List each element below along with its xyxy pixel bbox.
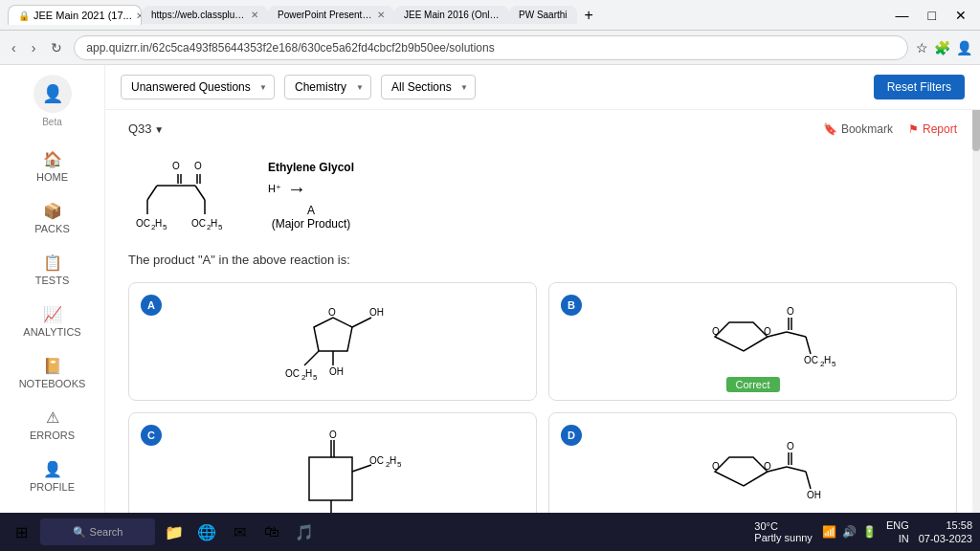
start-button[interactable]: ⊞ (8, 518, 34, 545)
svg-text:5: 5 (397, 460, 402, 469)
tab-2-label: https://web.classplus... (151, 10, 247, 20)
reaction-box: O O OC2H5 OC2H5 Ethylene (128, 147, 957, 243)
sidebar-analytics-label: ANALYTICS (23, 326, 80, 338)
address-bar-row: ‹ › ↻ app.quizrr.in/62c5ca493f85644353f2… (0, 31, 980, 65)
reaction-details: Ethylene Glycol H⁺ → A (Major Product) (268, 161, 354, 231)
filter-1-wrapper: Unanswered Questions (121, 75, 275, 99)
sidebar-item-notebooks[interactable]: 📔 NOTEBOOKS (10, 349, 96, 397)
forward-button[interactable]: › (28, 38, 40, 57)
weather-desc: Partly sunny (754, 532, 813, 543)
sidebar-profile-label: PROFILE (30, 481, 75, 493)
tab-2-close[interactable]: ✕ (251, 10, 258, 20)
option-c-badge: C (141, 425, 162, 446)
tab-4[interactable]: JEE Main 2016 (Onlin... (394, 6, 509, 24)
svg-text:O: O (172, 161, 180, 171)
svg-text:H: H (155, 218, 162, 229)
subject-filter[interactable]: Chemistry (284, 75, 371, 99)
tab-3-close[interactable]: ✕ (377, 10, 385, 20)
question-number[interactable]: Q33 (128, 121, 164, 136)
taskbar-mail-icon[interactable]: ✉ (226, 518, 253, 545)
profile-sidebar-icon: 👤 (43, 460, 62, 478)
bookmark-button[interactable]: 🔖 Bookmark (823, 122, 893, 136)
sidebar-item-profile[interactable]: 👤 PROFILE (10, 452, 96, 500)
unanswered-filter[interactable]: Unanswered Questions (121, 75, 275, 99)
sidebar-home-label: HOME (36, 171, 68, 183)
date-time: 15:58 07-03-2023 (919, 518, 972, 546)
sound-icon: 🔊 (842, 525, 857, 539)
reset-filters-button[interactable]: Reset Filters (874, 75, 965, 99)
svg-line-25 (304, 351, 319, 365)
svg-text:OH: OH (807, 490, 821, 500)
svg-text:O: O (712, 326, 720, 337)
svg-text:O: O (328, 307, 336, 318)
option-a-structure: O OH OH OC2H5 (247, 298, 419, 385)
reaction-arrow-icon: → (287, 178, 306, 200)
clock: ENG IN (886, 518, 909, 546)
errors-icon: ⚠ (46, 408, 59, 427)
taskbar: ⊞ 🔍 Search 📁 🌐 ✉ 🛍 🎵 30°C Partly sunny 📶… (0, 513, 980, 551)
refresh-button[interactable]: ↻ (47, 38, 66, 57)
tab-close-icon[interactable]: ✕ (136, 11, 142, 21)
search-taskbar-label: Search (90, 526, 123, 538)
lang-region: ENG IN (886, 518, 909, 546)
minimize-button[interactable]: — (890, 6, 915, 25)
taskbar-browser-icon[interactable]: 🌐 (193, 518, 220, 545)
bookmark-icon: 🔖 (823, 122, 837, 136)
maximize-button[interactable]: □ (923, 6, 942, 25)
tab-5-label: PW Saarthi (519, 10, 568, 20)
active-tab-label: JEE Main 2021 (17... (33, 10, 132, 21)
option-a-card[interactable]: A O OH OH OC2H5 (128, 282, 537, 401)
search-taskbar-icon: 🔍 (73, 526, 86, 539)
taskbar-music-icon[interactable]: 🎵 (291, 518, 318, 545)
svg-line-33 (787, 332, 806, 337)
time-display: 15:58 (919, 518, 972, 532)
svg-rect-42 (309, 457, 352, 500)
sidebar-item-analytics[interactable]: 📈 ANALYTICS (10, 298, 96, 345)
taskbar-store-icon[interactable]: 🛍 (258, 518, 285, 545)
option-d-badge: D (561, 425, 582, 446)
svg-text:5: 5 (313, 373, 318, 382)
sidebar-item-packs[interactable]: 📦 PACKS (10, 194, 96, 242)
chemistry-question: O O OC2H5 OC2H5 Ethylene (128, 147, 957, 267)
section-filter[interactable]: All Sections (381, 75, 476, 99)
address-text: app.quizrr.in/62c5ca493f85644353f2e168/6… (86, 41, 494, 55)
report-button[interactable]: ⚑ Report (908, 122, 957, 136)
option-b-card[interactable]: B O O O OC2H5 Co (548, 282, 957, 401)
svg-line-46 (352, 465, 371, 472)
product-a-label: A (Major Product) (268, 204, 354, 231)
sidebar-beta-label: Beta (42, 117, 62, 127)
svg-text:H: H (824, 355, 831, 365)
sidebar: 👤 Beta 🏠 HOME 📦 PACKS 📋 TESTS 📈 ANALYTIC… (0, 65, 105, 551)
catalyst-label: H⁺ (268, 183, 281, 195)
bookmark-star-icon[interactable]: ☆ (916, 40, 928, 55)
svg-line-37 (806, 337, 811, 354)
tab-bar: 🔒 JEE Main 2021 (17... ✕ https://web.cla… (0, 0, 980, 31)
taskbar-files-icon[interactable]: 📁 (161, 518, 188, 545)
reactant-structure: O O OC2H5 OC2H5 (128, 157, 253, 233)
options-grid: A O OH OH OC2H5 (128, 282, 957, 540)
svg-text:H: H (390, 455, 396, 466)
back-button[interactable]: ‹ (8, 38, 20, 57)
extension-icon[interactable]: 🧩 (934, 40, 950, 55)
tab-3-label: PowerPoint Presentati... (278, 10, 373, 20)
svg-text:OC: OC (136, 218, 150, 229)
new-tab-button[interactable]: + (577, 7, 601, 24)
svg-text:OC: OC (191, 218, 206, 229)
filter-2-wrapper: Chemistry (284, 75, 371, 99)
tab-5[interactable]: PW Saarthi (509, 6, 577, 24)
sidebar-notebooks-label: NOTEBOOKS (19, 378, 86, 389)
svg-text:5: 5 (218, 223, 223, 231)
sidebar-item-errors[interactable]: ⚠ ERRORS (10, 401, 96, 449)
tab-2[interactable]: https://web.classplus... ✕ (142, 6, 268, 24)
tab-3[interactable]: PowerPoint Presentati... ✕ (268, 6, 394, 24)
sidebar-item-tests[interactable]: 📋 TESTS (10, 246, 96, 294)
sidebar-item-home[interactable]: 🏠 HOME (10, 143, 96, 190)
profile-icon[interactable]: 👤 (956, 40, 972, 55)
svg-text:5: 5 (163, 223, 167, 231)
close-button[interactable]: ✕ (949, 6, 972, 25)
search-taskbar-button[interactable]: 🔍 Search (40, 518, 155, 545)
filter-3-wrapper: All Sections (381, 75, 476, 99)
filter-bar: Unanswered Questions Chemistry All Secti… (105, 65, 980, 110)
active-tab[interactable]: 🔒 JEE Main 2021 (17... ✕ (8, 5, 142, 25)
address-bar[interactable]: app.quizrr.in/62c5ca493f85644353f2e168/6… (74, 35, 908, 60)
